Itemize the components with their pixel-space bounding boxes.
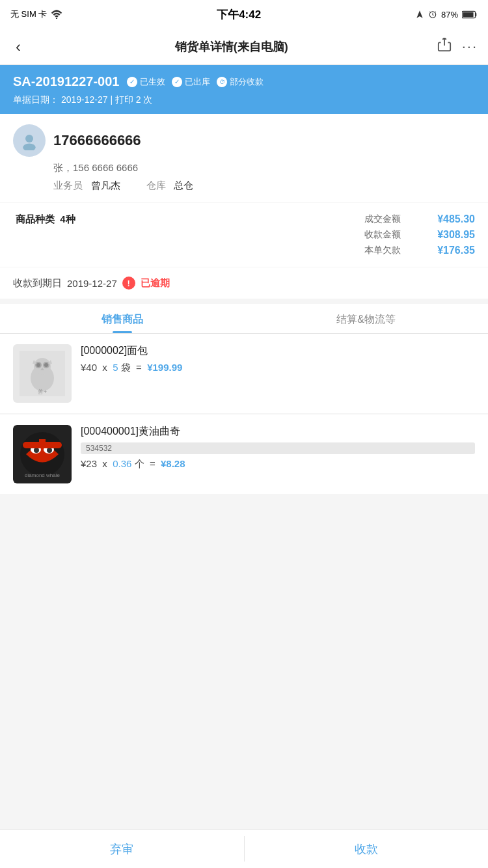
- product-price-2: ¥23 x 0.36 个 = ¥8.28: [81, 458, 475, 470]
- warehouse-value: 总仓: [174, 180, 193, 191]
- product-info-1: [0000002]面包 ¥40 x 5 袋 = ¥199.99: [81, 344, 475, 374]
- product-total-2: ¥8.28: [161, 458, 185, 469]
- svg-point-22: [34, 448, 39, 453]
- customer-subinfo: 张，156 6666 6666: [13, 162, 475, 174]
- order-header: SA-20191227-001 ✓ 已生效 ✓ 已出库 ⏱ 部分收款 单据日期：…: [0, 65, 488, 114]
- battery-label: 87%: [441, 10, 458, 20]
- debt-label: 本单欠款: [364, 245, 401, 256]
- svg-point-6: [23, 144, 36, 151]
- tabs: 销售商品 结算&物流等: [0, 304, 488, 334]
- badge-shipped: ✓ 已出库: [172, 76, 210, 88]
- order-id: SA-20191227-001: [13, 74, 119, 89]
- due-date-value: 2019-12-27: [67, 278, 117, 289]
- wifi-icon: [51, 10, 62, 19]
- customer-section: 17666666666 张，156 6666 6666 业务员 曾凡杰 仓库 总…: [0, 114, 488, 202]
- received-label: 收款金额: [364, 229, 401, 241]
- alarm-icon: [428, 10, 437, 19]
- svg-point-13: [44, 363, 48, 367]
- overdue-icon: !: [122, 277, 135, 290]
- product-list: 兽+ [0000002]面包 ¥40 x 5 袋 = ¥199.99: [0, 334, 488, 547]
- deal-label: 成交金额: [364, 213, 401, 225]
- product-price-1: ¥40 x 5 袋 = ¥199.99: [81, 362, 475, 374]
- badge-partial: ⏱ 部分收款: [217, 76, 264, 88]
- received-amount-row: 收款金额 ¥308.95: [364, 229, 475, 241]
- nav-actions: ···: [437, 38, 478, 55]
- due-date-section: 收款到期日 2019-12-27 ! 已逾期: [0, 267, 488, 299]
- order-badges: ✓ 已生效 ✓ 已出库 ⏱ 部分收款: [127, 76, 264, 88]
- customer-meta: 业务员 曾凡杰 仓库 总仓: [13, 180, 475, 192]
- location-icon: [415, 10, 424, 19]
- svg-point-12: [36, 363, 40, 367]
- overdue-text: 已逾期: [141, 277, 170, 290]
- tab-products[interactable]: 销售商品: [0, 304, 244, 333]
- badge-activated: ✓ 已生效: [127, 76, 165, 88]
- product-item: diamond whale [000400001]黄油曲奇 534532 ¥23…: [0, 414, 488, 494]
- tab-settle[interactable]: 结算&物流等: [244, 304, 488, 333]
- more-icon[interactable]: ···: [462, 38, 478, 55]
- order-date: 单据日期： 2019-12-27 | 打印 2 次: [13, 94, 475, 106]
- svg-text:diamond whale: diamond whale: [25, 472, 60, 478]
- warehouse-label: 仓库 总仓: [146, 180, 194, 192]
- product-qty-2: 0.36: [113, 458, 131, 469]
- product-thumbnail-1: 兽+: [13, 344, 72, 403]
- stats-section: 商品种类 4种 成交金额 ¥485.30 收款金额 ¥308.95 本单欠款 ¥…: [0, 203, 488, 267]
- product-total-1: ¥199.99: [147, 362, 182, 373]
- product-name-1: [0000002]面包: [81, 344, 475, 358]
- customer-phone: 17666666666: [53, 132, 141, 149]
- page-title: 销货单详情(来自电脑): [175, 39, 288, 55]
- nav-bar: ‹ 销货单详情(来自电脑) ···: [0, 29, 488, 65]
- product-sku-2: 534532: [81, 442, 475, 454]
- sim-label: 无 SIM 卡: [10, 8, 47, 20]
- status-left: 无 SIM 卡: [10, 8, 62, 20]
- product-qty-1: 5: [113, 362, 118, 373]
- deal-amount-row: 成交金额 ¥485.30: [364, 213, 475, 225]
- cancel-button[interactable]: 弃审: [0, 830, 244, 868]
- received-value: ¥308.95: [416, 229, 475, 241]
- status-time: 下午4:42: [217, 7, 261, 22]
- clock-icon: ⏱: [217, 77, 227, 87]
- avatar: [13, 124, 46, 157]
- status-bar: 无 SIM 卡 下午4:42 87%: [0, 0, 488, 29]
- debt-value: ¥176.35: [416, 245, 475, 256]
- debt-amount-row: 本单欠款 ¥176.35: [364, 245, 475, 256]
- product-name-2: [000400001]黄油曲奇: [81, 425, 475, 439]
- product-type: 商品种类 4种: [13, 213, 75, 226]
- sales-label: 业务员 曾凡杰: [53, 180, 120, 192]
- check-icon-shipped: ✓: [172, 77, 182, 87]
- bottom-bar: 弃审 收款: [0, 829, 488, 868]
- deal-value: ¥485.30: [416, 213, 475, 225]
- share-icon[interactable]: [437, 38, 452, 55]
- due-date-label: 收款到期日: [13, 277, 62, 290]
- amount-stats: 成交金额 ¥485.30 收款金额 ¥308.95 本单欠款 ¥176.35: [364, 213, 475, 256]
- svg-point-0: [56, 18, 57, 19]
- product-item: 兽+ [0000002]面包 ¥40 x 5 袋 = ¥199.99: [0, 334, 488, 413]
- status-right: 87%: [415, 10, 478, 20]
- product-info-2: [000400001]黄油曲奇 534532 ¥23 x 0.36 个 = ¥8…: [81, 425, 475, 470]
- product-thumbnail-2: diamond whale: [13, 425, 72, 483]
- svg-text:兽+: 兽+: [38, 388, 47, 395]
- svg-rect-25: [39, 439, 46, 444]
- customer-top: 17666666666: [13, 124, 475, 157]
- svg-point-5: [25, 135, 33, 142]
- check-icon-activated: ✓: [127, 77, 137, 87]
- svg-point-23: [47, 448, 52, 453]
- confirm-button[interactable]: 收款: [245, 830, 489, 868]
- svg-rect-3: [463, 12, 473, 17]
- battery-icon: [462, 10, 478, 19]
- sales-value: 曾凡杰: [91, 180, 120, 191]
- back-button[interactable]: ‹: [10, 33, 26, 61]
- bottom-spacer: [0, 495, 488, 547]
